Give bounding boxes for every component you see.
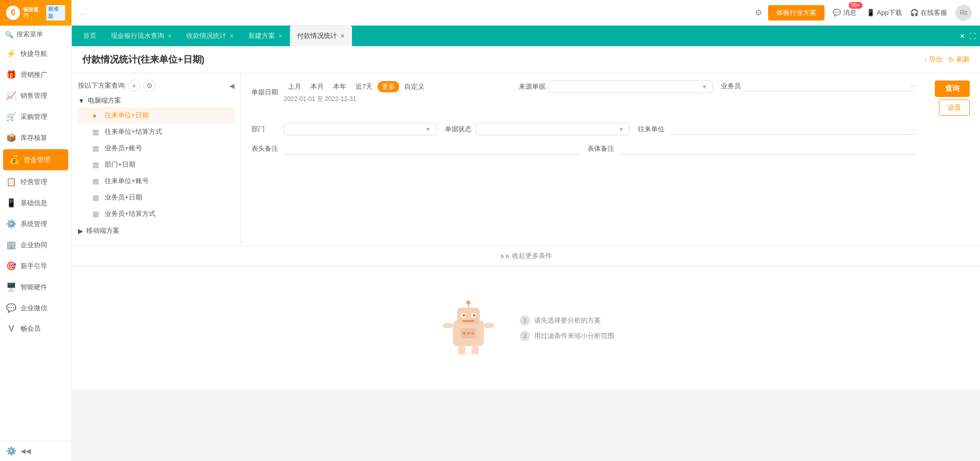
date-btn-more[interactable]: 更多: [378, 81, 399, 92]
search-menu[interactable]: 🔍 搜索菜单: [0, 26, 71, 43]
sidebar-item-xitong[interactable]: ⚙️ 系统管理: [0, 213, 71, 234]
scheme-group-mobile: ▶ 移动端方案: [78, 226, 234, 235]
chevron-right-icon: ▶: [78, 227, 83, 235]
breadcrumb-path: ...: [80, 9, 86, 16]
scheme-item-icon-6: ▦: [92, 193, 102, 202]
tab-new-scheme[interactable]: 新建方案 ✕: [241, 26, 290, 46]
messages-action[interactable]: 💬 消息 99+: [831, 6, 858, 19]
footer-settings-icon[interactable]: ⚙️: [6, 446, 16, 456]
staff-label: 业务员: [721, 82, 741, 91]
tab-payments-close[interactable]: ✕: [340, 33, 345, 39]
tab-cashflow[interactable]: 现金银行流水查询 ✕: [104, 26, 179, 46]
date-btn-custom[interactable]: 自定义: [400, 81, 428, 93]
filter-row-3: 表头备注 表体备注: [251, 143, 970, 155]
app-download-action[interactable]: 📱 App下载: [867, 8, 902, 17]
filter-unit-field: 往来单位 ···: [638, 124, 915, 135]
header-settings-icon[interactable]: ⚙: [755, 8, 762, 17]
top-header: ... ⚙ 体验行业方案 💬 消息 99+ 📱 App下载 🎧 在线客服 Rit: [72, 0, 980, 26]
dept-label: 部门: [251, 125, 280, 134]
collapse-button[interactable]: ∧∧ 收起更多条件: [500, 251, 552, 260]
settings-button[interactable]: 设置: [939, 99, 970, 116]
sidebar-item-kuaijie[interactable]: ⚡ 快捷导航: [0, 43, 71, 64]
tab-home[interactable]: 首页: [76, 26, 104, 46]
hint-text-1: 请先选择要分析的方案: [534, 316, 601, 325]
sidebar-item-jichu[interactable]: 📱 基础信息: [0, 192, 71, 213]
sidebar-item-zhineng[interactable]: 🖥️ 智能硬件: [0, 276, 71, 297]
sidebar-item-qiye[interactable]: 🏢 企业协同: [0, 234, 71, 255]
trial-button[interactable]: 体验行业方案: [768, 5, 825, 21]
tab-payments[interactable]: 付款情况统计 ✕: [290, 26, 352, 46]
date-btn-last-month[interactable]: 上月: [284, 81, 305, 93]
tab-payments-label: 付款情况统计: [297, 31, 337, 41]
empty-state-inner: 1 请先选择要分析的方案 2 用过滤条件来缩小分析范围: [438, 297, 614, 359]
empty-state-illustration: [438, 297, 499, 359]
filter-date-field: 单据日期 上月 本月 本年 近7天 更多 自定义 2022-01-01 至 20…: [251, 81, 511, 104]
export-button[interactable]: ↑ 导出: [924, 55, 943, 64]
tab-receipts-close[interactable]: ✕: [229, 33, 234, 39]
date-btn-this-year[interactable]: 本年: [329, 81, 350, 93]
tab-home-label: 首页: [83, 31, 96, 41]
tab-cashflow-close[interactable]: ✕: [167, 33, 172, 39]
date-btn-this-month[interactable]: 本月: [306, 81, 328, 93]
header-right: 💬 消息 99+ 📱 App下载 🎧 在线客服 Rit: [831, 5, 972, 21]
page-title: 付款情况统计(往来单位+日期): [82, 53, 205, 66]
dept-select[interactable]: ▼: [284, 123, 437, 135]
body-note-label: 表体备注: [587, 144, 614, 153]
filter-dept-field: 部门 ▼: [251, 123, 437, 135]
scheme-item-icon-4: ▦: [92, 161, 102, 169]
scheme-item-unit-settle[interactable]: ▦ 往来单位+结算方式: [78, 124, 234, 140]
query-button[interactable]: 查询: [935, 81, 970, 97]
headset-icon: 🎧: [910, 9, 918, 16]
dept-arrow-icon: ▼: [425, 126, 431, 132]
user-avatar[interactable]: Rit: [955, 5, 972, 21]
tab-close-all-icon[interactable]: ✕: [959, 32, 965, 40]
sidebar-item-xinshou[interactable]: 🎯 新手引导: [0, 255, 71, 276]
scheme-item-staff-date[interactable]: ▦ 业务员+日期: [78, 189, 234, 206]
tab-receipts[interactable]: 收款情况统计 ✕: [179, 26, 241, 46]
scheme-settings-button[interactable]: ⚙: [143, 79, 155, 92]
date-btn-7days[interactable]: 近7天: [351, 81, 377, 93]
staff-input[interactable]: ···: [745, 81, 915, 91]
scheme-collapse-button[interactable]: ◀: [229, 82, 234, 90]
svg-point-4: [463, 314, 465, 317]
scheme-item-unit-date[interactable]: ● 往来单位+日期: [78, 107, 234, 124]
sidebar-item-kucun[interactable]: 📦 库存核算: [0, 127, 71, 148]
status-select[interactable]: ▼: [476, 123, 630, 135]
filter-body-note-field: 表体备注: [587, 143, 915, 155]
scheme-item-unit-account[interactable]: ▦ 往来单位+账号: [78, 173, 234, 189]
conditions-rows: 单据日期 上月 本月 本年 近7天 更多 自定义 2022-01-01 至 20…: [251, 81, 970, 155]
scheme-group-pc-title[interactable]: ▼ 电脑端方案: [78, 96, 234, 105]
filter-row-2: 部门 ▼ 单据状态 ▼: [251, 123, 970, 135]
source-select[interactable]: ▼: [550, 81, 713, 93]
scheme-group-mobile-title[interactable]: ▶ 移动端方案: [78, 226, 234, 235]
sidebar-item-caigou[interactable]: 🛒 采购管理: [0, 106, 71, 127]
svg-point-5: [473, 314, 476, 317]
online-service-action[interactable]: 🎧 在线客服: [910, 8, 947, 17]
status-arrow-icon: ▼: [618, 126, 624, 132]
add-scheme-button[interactable]: +: [128, 79, 140, 92]
sidebar-item-yingxiao[interactable]: 🎁 营销推广: [0, 64, 71, 85]
tab-new-scheme-close[interactable]: ✕: [278, 33, 283, 39]
nav-icon-xiaoshou: 📈: [6, 91, 16, 101]
hint-text-2: 用过滤条件来缩小分析范围: [534, 331, 614, 340]
tab-fullscreen-icon[interactable]: ⛶: [969, 32, 976, 40]
nav-icon-jichu: 📱: [6, 198, 16, 208]
sidebar-footer: ⚙️ ◀◀: [0, 440, 71, 461]
body-note-input[interactable]: [618, 143, 915, 155]
main-content: ... ⚙ 体验行业方案 💬 消息 99+ 📱 App下载 🎧 在线客服 Rit: [72, 0, 980, 461]
scheme-item-dept-date[interactable]: ▦ 部门+日期: [78, 156, 234, 173]
scheme-item-staff-account[interactable]: ▦ 业务员+账号: [78, 140, 234, 156]
sidebar-item-xiaoshou[interactable]: 📈 销售管理: [0, 85, 71, 106]
footer-collapse-icon[interactable]: ◀◀: [21, 447, 31, 455]
scheme-item-staff-settle[interactable]: ▦ 业务员+结算方式: [78, 206, 234, 222]
tab-bar: 首页 现金银行流水查询 ✕ 收款情况统计 ✕ 新建方案 ✕ 付款情况统计 ✕ ✕…: [72, 26, 980, 46]
refresh-button[interactable]: ↻ 刷新: [949, 55, 970, 64]
sidebar-item-weixin[interactable]: 💬 企业微信: [0, 297, 71, 318]
header-note-input[interactable]: [284, 143, 579, 155]
sidebar-item-zijin[interactable]: 💰 资金管理: [3, 149, 68, 170]
sidebar-item-changhui[interactable]: V 畅会员: [0, 318, 71, 339]
sidebar-item-jingying[interactable]: 📋 经营管理: [0, 171, 71, 192]
scheme-active-icon: ●: [92, 111, 102, 119]
unit-input[interactable]: ···: [669, 124, 915, 135]
svg-rect-12: [484, 323, 494, 328]
